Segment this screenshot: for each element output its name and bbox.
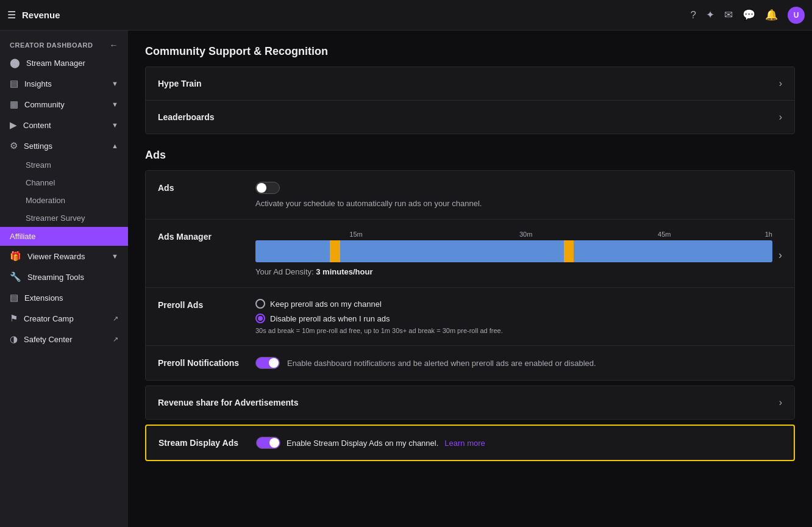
ads-bar[interactable] <box>255 240 772 262</box>
ads-section: Ads Ads Activate your schedule to automa… <box>145 149 795 461</box>
avatar[interactable]: U <box>788 7 805 24</box>
ads-toggle-content: Activate your schedule to automatically … <box>255 182 782 208</box>
sidebar-item-safety-center[interactable]: ◑ Safety Center ↗ <box>0 329 128 350</box>
timeline-label-30m: 30m <box>519 231 532 238</box>
preroll-notifications-content: Enable dashboard notifications and be al… <box>255 357 782 369</box>
layout: CREATOR DASHBOARD ← ⬤ Stream Manager ▤ I… <box>0 30 812 527</box>
ads-manager-label: Ads Manager <box>158 231 255 242</box>
stream-display-ads-toggle[interactable] <box>256 437 280 449</box>
hype-train-row[interactable]: Hype Train › <box>146 67 794 101</box>
radio-circle-disable <box>255 314 265 323</box>
chevron-up-icon: ▲ <box>112 142 118 149</box>
nav-title: Revenue <box>22 10 60 20</box>
chevron-down-icon: ▼ <box>112 101 118 108</box>
toggle-thumb <box>257 183 266 193</box>
sidebar-item-creator-camp[interactable]: ⚑ Creator Camp ↗ <box>0 308 128 329</box>
sidebar-sub-item-moderation[interactable]: Moderation <box>0 192 128 209</box>
learn-more-link[interactable]: Learn more <box>444 439 485 448</box>
sidebar-item-stream-manager[interactable]: ⬤ Stream Manager <box>0 52 128 73</box>
bar-blue-3 <box>574 240 772 262</box>
sidebar: CREATOR DASHBOARD ← ⬤ Stream Manager ▤ I… <box>0 30 128 527</box>
sidebar-item-viewer-rewards[interactable]: 🎁 Viewer Rewards ▼ <box>0 246 128 267</box>
radio-item-disable[interactable]: Disable preroll ads when I run ads <box>255 314 782 323</box>
chevron-down-icon: ▼ <box>112 80 118 87</box>
flag-icon: ⚑ <box>10 313 18 324</box>
toggle-thumb-preroll <box>269 358 279 368</box>
ads-timeline-labels: 15m 30m 45m 1h <box>255 231 772 240</box>
revenue-chevron-right-icon: › <box>779 397 782 408</box>
ads-description: Activate your schedule to automatically … <box>255 199 782 208</box>
ads-section-title: Ads <box>145 149 795 162</box>
revenue-share-card: Revenue share for Advertisements › <box>145 385 795 420</box>
community-section-title: Community Support & Recognition <box>145 45 795 58</box>
chevron-down-icon: ▼ <box>112 253 118 260</box>
help-icon[interactable]: ? <box>691 9 696 21</box>
main-content: Community Support & Recognition Hype Tra… <box>128 30 812 527</box>
nav-left: ☰ Revenue <box>7 9 60 21</box>
chevron-down-icon: ▼ <box>112 121 118 129</box>
stream-display-ads-content: Enable Stream Display Ads on my channel.… <box>256 437 782 449</box>
ads-label: Ads <box>158 182 255 193</box>
external-link-icon: ↗ <box>113 315 118 323</box>
ads-card: Ads Activate your schedule to automatica… <box>145 170 795 381</box>
bar-yellow-1 <box>330 240 340 262</box>
sidebar-sub-item-channel[interactable]: Channel <box>0 174 128 192</box>
sidebar-item-insights[interactable]: ▤ Insights ▼ <box>0 73 128 94</box>
shield-icon: ◑ <box>10 334 18 345</box>
preroll-radio-group: Keep preroll ads on my channel Disable p… <box>255 299 782 323</box>
chevron-right-icon: › <box>779 112 782 123</box>
spacer4 <box>671 231 764 238</box>
preroll-notifications-label: Preroll Notifications <box>158 357 255 368</box>
video-icon: ▶ <box>10 120 17 131</box>
stream-display-ads-label: Stream Display Ads <box>158 438 256 448</box>
toggle-thumb-sda <box>269 438 279 448</box>
sidebar-sub-item-stream[interactable]: Stream <box>0 156 128 174</box>
bar-blue-2 <box>340 240 564 262</box>
gift-icon: 🎁 <box>10 251 21 262</box>
radio-dot <box>258 316 263 321</box>
leaderboards-row[interactable]: Leaderboards › <box>146 101 794 134</box>
tool-icon: 🔧 <box>10 271 21 282</box>
preroll-ads-content: Keep preroll ads on my channel Disable p… <box>255 299 782 334</box>
ads-density: Your Ad Density: 3 minutes/hour <box>255 267 772 276</box>
chart-icon: ▤ <box>10 78 18 89</box>
sidebar-sub-item-affiliate[interactable]: Affiliate <box>0 227 128 246</box>
preroll-notifications-toggle[interactable] <box>255 357 280 369</box>
ads-manager-chevron-right[interactable]: › <box>778 249 782 261</box>
stream-display-ads-row: Stream Display Ads Enable Stream Display… <box>145 425 795 461</box>
radio-item-keep[interactable]: Keep preroll ads on my channel <box>255 299 782 309</box>
collapse-sidebar-icon[interactable]: ← <box>110 40 119 50</box>
preroll-notifications-row: Preroll Notifications Enable dashboard n… <box>146 346 794 380</box>
ads-manager-container: 15m 30m 45m 1h <box>255 231 772 276</box>
spacer2 <box>363 231 519 238</box>
sidebar-sub-item-streamer-survey[interactable]: Streamer Survey <box>0 209 128 227</box>
revenue-share-row[interactable]: Revenue share for Advertisements › <box>146 386 794 419</box>
chevron-right-icon: › <box>779 78 782 89</box>
timeline-label-1h: 1h <box>765 231 772 238</box>
hamburger-icon[interactable]: ☰ <box>7 9 16 21</box>
grid-icon: ▦ <box>10 99 18 110</box>
sidebar-item-community[interactable]: ▦ Community ▼ <box>0 94 128 115</box>
preroll-ads-row: Preroll Ads Keep preroll ads on my chann… <box>146 288 794 346</box>
top-nav: ☰ Revenue ? ✦ ✉ 💬 🔔 U <box>0 0 812 30</box>
ads-toggle[interactable] <box>255 182 280 194</box>
crown-icon[interactable]: ✦ <box>706 9 714 21</box>
sidebar-header: CREATOR DASHBOARD ← <box>0 35 128 52</box>
bar-blue-1 <box>255 240 330 262</box>
radio-icon: ⬤ <box>10 57 20 68</box>
sidebar-item-streaming-tools[interactable]: 🔧 Streaming Tools <box>0 267 128 287</box>
ads-manager-row: Ads Manager 15m 30m 45m 1h <box>146 220 794 288</box>
timeline-label-15m: 15m <box>349 231 362 238</box>
chat-icon[interactable]: 💬 <box>743 9 755 21</box>
notifications-icon[interactable]: 🔔 <box>765 9 778 21</box>
mail-icon[interactable]: ✉ <box>724 9 733 21</box>
sidebar-item-extensions[interactable]: ▤ Extensions <box>0 287 128 308</box>
sidebar-item-settings[interactable]: ⚙ Settings ▲ <box>0 135 128 156</box>
sidebar-item-content[interactable]: ▶ Content ▼ <box>0 115 128 135</box>
spacer3 <box>532 231 658 238</box>
radio-circle-keep <box>255 299 265 309</box>
spacer <box>255 231 349 238</box>
external-link-icon: ↗ <box>113 335 118 343</box>
nav-right: ? ✦ ✉ 💬 🔔 U <box>691 7 805 24</box>
ads-toggle-row: Ads Activate your schedule to automatica… <box>146 171 794 220</box>
